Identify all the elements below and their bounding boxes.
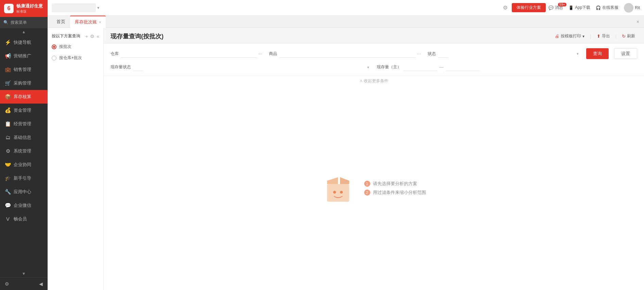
add-scheme-icon[interactable]: + xyxy=(85,34,88,39)
sidebar-scroll-up[interactable]: ▲ xyxy=(0,28,48,36)
online-service-label: 在线客服 xyxy=(602,5,618,11)
inventory-qty-max-input[interactable] xyxy=(446,63,480,71)
page-header-actions: 🖨 按模板打印 ▾ | ⬆ 导出 | ↻ 刷新 xyxy=(553,32,637,40)
avatar xyxy=(624,3,633,13)
warehouse-label: 仓库 xyxy=(111,51,119,57)
nav-label-system: 系统管理 xyxy=(14,148,31,154)
status-field: 状态 xyxy=(428,50,581,58)
sidebar-item-marketing[interactable]: 📢营销推广 xyxy=(0,49,48,63)
warehouse-more-button[interactable]: ··· xyxy=(257,51,264,56)
breadcrumb-arrow: ▾ xyxy=(97,5,99,10)
panel-close-icon[interactable]: × xyxy=(637,19,639,24)
sidebar-item-system[interactable]: ⚙系统管理 xyxy=(0,144,48,158)
nav-icon-system: ⚙ xyxy=(5,148,11,154)
sidebar-scroll-down[interactable]: ▼ xyxy=(0,270,48,277)
filter-area: 仓库 ··· 商品 ··· 状态 xyxy=(104,43,644,76)
warehouse-field: 仓库 ··· xyxy=(111,50,264,58)
export-label: 导出 xyxy=(602,33,610,39)
page-title: 现存量查询(按批次) xyxy=(111,32,164,40)
sidebar-search[interactable]: 🔍 搜索菜单 xyxy=(0,17,48,28)
tab-home[interactable]: 首页 xyxy=(52,16,70,28)
sidebar-item-inventory[interactable]: 📦库存核算 xyxy=(0,90,48,104)
print-button[interactable]: 🖨 按模板打印 ▾ xyxy=(553,32,587,40)
breadcrumb-input[interactable] xyxy=(52,3,96,12)
settings-icon[interactable]: ⚙ xyxy=(5,281,9,287)
nav-icon-appstore: 🔧 xyxy=(5,189,11,195)
sidebar-item-enterprise[interactable]: 🤝企业协同 xyxy=(0,158,48,171)
search-icon: 🔍 xyxy=(3,20,9,25)
filter-row-1: 仓库 ··· 商品 ··· 状态 xyxy=(111,48,637,59)
nav-icon-finance: 💰 xyxy=(5,107,11,113)
inventory-qty-min-input[interactable] xyxy=(403,63,437,71)
collapse-more-button[interactable]: ∧ 收起更多条件 xyxy=(104,76,644,86)
inventory-status-select-wrapper xyxy=(133,63,371,71)
tip-1-text: 请先选择要分析的方案 xyxy=(373,181,417,187)
scheme-settings-icon[interactable]: ⚙ xyxy=(90,34,95,39)
nav-icon-inventory: 📦 xyxy=(5,94,11,100)
query-button[interactable]: 查询 xyxy=(586,48,609,59)
inventory-qty-field: 现存量（主） — xyxy=(377,63,638,71)
username: Rit xyxy=(635,5,640,10)
headset-icon: 🎧 xyxy=(596,5,601,10)
empty-tip-2: 2 用过滤条件来缩小分析范围 xyxy=(364,189,426,196)
scheme-warehouse-batch[interactable]: 按仓库+批次 xyxy=(48,52,103,64)
user-item[interactable]: Rit xyxy=(624,3,640,13)
refresh-label: 刷新 xyxy=(627,33,635,39)
tabs-bar: 首页 库存批次账 × × xyxy=(48,16,644,28)
nav-label-weixin: 企业微信 xyxy=(14,202,31,209)
sidebar-item-appstore[interactable]: 🔧应用中心 xyxy=(0,185,48,199)
brand-subtitle: 标准版 xyxy=(16,9,43,14)
print-label: 按模板打印 xyxy=(561,33,581,39)
content-area: 按以下方案查询 + ⚙ « 按批次 按仓库+批次 现存量查询(按批次) xyxy=(48,28,644,290)
print-expand-icon[interactable]: ▾ xyxy=(582,34,584,39)
scheme-batch-radio xyxy=(52,44,56,49)
sidebar-item-vip[interactable]: V畅会员 xyxy=(0,212,48,226)
sidebar-item-sales[interactable]: 💼销售管理 xyxy=(0,63,48,76)
empty-tip-1: 1 请先选择要分析的方案 xyxy=(364,181,426,187)
sidebar-item-purchase[interactable]: 🛒采购管理 xyxy=(0,76,48,90)
filter-header-icons: + ⚙ « xyxy=(85,34,99,39)
nav-label-enterprise: 企业协同 xyxy=(14,162,31,168)
app-download-item[interactable]: 📱 App下载 xyxy=(569,5,590,11)
settings-button[interactable]: 设置 xyxy=(614,48,637,59)
app-brand: 畅康通好生意 标准版 xyxy=(16,3,43,14)
svg-rect-0 xyxy=(327,184,349,202)
sidebar-item-shortcut[interactable]: ⚡快捷导航 xyxy=(0,36,48,49)
svg-point-3 xyxy=(333,191,336,194)
inventory-status-select[interactable] xyxy=(133,63,143,71)
product-input[interactable] xyxy=(279,50,416,58)
sidebar-item-weixin[interactable]: 💬企业微信 xyxy=(0,199,48,212)
online-service-item[interactable]: 🎧 在线客服 xyxy=(596,5,618,11)
sidebar: 6 畅康通好生意 标准版 🔍 搜索菜单 ▲ ⚡快捷导航📢营销推广💼销售管理🛒采购… xyxy=(0,0,48,290)
sidebar-item-finance[interactable]: 💰资金管理 xyxy=(0,104,48,117)
scheme-batch[interactable]: 按批次 xyxy=(48,41,103,52)
messages-item[interactable]: 💬 消息 99+ xyxy=(548,5,563,11)
status-select[interactable] xyxy=(438,50,448,58)
brand-title: 畅康通好生意 xyxy=(16,3,43,9)
sidebar-footer: ⚙ ◀ xyxy=(0,277,48,290)
nav-icon-purchase: 🛒 xyxy=(5,80,11,86)
main-area: ▾ ⚙ 体验行业方案 💬 消息 99+ 📱 App下载 🎧 在线客服 Rit xyxy=(48,0,644,290)
svg-point-4 xyxy=(340,191,343,194)
tab-close-icon[interactable]: × xyxy=(99,20,101,24)
collapse-icon[interactable]: ◀ xyxy=(39,281,43,287)
refresh-button[interactable]: ↻ 刷新 xyxy=(620,32,637,40)
collapse-panel-icon[interactable]: « xyxy=(97,34,99,39)
export-button[interactable]: ⬆ 导出 xyxy=(595,32,612,40)
warehouse-input[interactable] xyxy=(121,50,257,58)
tab-inventory-label: 库存批次账 xyxy=(75,19,97,25)
sidebar-item-basic[interactable]: 🗂基础信息 xyxy=(0,131,48,144)
nav-label-shortcut: 快捷导航 xyxy=(14,39,31,46)
experience-button[interactable]: 体验行业方案 xyxy=(512,3,546,12)
filter-row-2: 现存量状态 现存量（主） — xyxy=(111,63,637,71)
sidebar-item-operations[interactable]: 📋经营管理 xyxy=(0,117,48,131)
tab-inventory-batch[interactable]: 库存批次账 × xyxy=(70,16,106,28)
product-more-button[interactable]: ··· xyxy=(416,51,422,56)
topbar-gear-icon[interactable]: ⚙ xyxy=(503,4,508,11)
nav-icon-newbie: 🎓 xyxy=(5,175,11,181)
sidebar-item-newbie[interactable]: 🎓新手引导 xyxy=(0,171,48,185)
nav-icon-basic: 🗂 xyxy=(5,134,11,140)
sidebar-nav: ⚡快捷导航📢营销推广💼销售管理🛒采购管理📦库存核算💰资金管理📋经营管理🗂基础信息… xyxy=(0,36,48,270)
scheme-wb-radio xyxy=(52,56,56,60)
inventory-qty-label: 现存量（主） xyxy=(377,64,401,70)
